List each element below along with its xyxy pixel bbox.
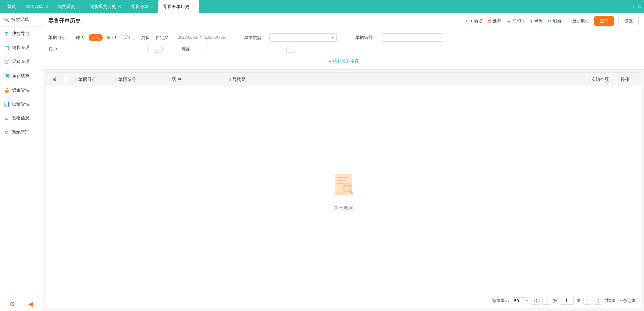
page-title: 零售开单历史 xyxy=(48,18,81,25)
page-next-btn[interactable]: ⟩ xyxy=(583,297,591,305)
sort-icon: ⇅ xyxy=(74,77,77,81)
refresh-icon: ↻ xyxy=(548,19,551,24)
date-range-text: 2023-06-02 至 2023-06-02 xyxy=(178,35,225,40)
tab-sales-order-close[interactable]: ✕ xyxy=(45,4,48,9)
per-page-select[interactable]: 50 10 20 100 xyxy=(512,297,529,304)
sidebar-item-system[interactable]: ↺ 系统管理 xyxy=(0,125,43,139)
col-header-guide[interactable]: ⇅ 导购员 xyxy=(226,76,266,83)
maximize-btn[interactable]: □ xyxy=(631,4,634,9)
select-all-checkbox-wrap[interactable] xyxy=(61,77,71,82)
search-icon: 🔍 xyxy=(4,17,9,22)
col-header-date[interactable]: ⇅ 单据日期 xyxy=(71,76,112,83)
sort-icon: ⇅ xyxy=(168,77,171,81)
column-settings-btn[interactable]: ⚙ xyxy=(49,77,61,82)
customer-filter-label: 客户 xyxy=(48,46,68,52)
display-checkbox[interactable] xyxy=(566,19,571,23)
sidebar-item-label: 系统管理 xyxy=(12,129,30,135)
tab-sales-return[interactable]: 销货退货 ✕ xyxy=(53,0,85,13)
sidebar-item-label: 经营管理 xyxy=(12,101,30,107)
date-opt-today[interactable]: 今天 xyxy=(89,34,103,41)
svg-rect-2 xyxy=(337,177,349,178)
add-button[interactable]: ＋ + 新增 xyxy=(464,18,483,24)
sidebar-item-label: 采购管理 xyxy=(12,59,30,65)
refresh-button[interactable]: ↻ 刷新 xyxy=(548,18,561,24)
display-toggle[interactable]: 显示明细 xyxy=(566,18,590,24)
page-first-btn[interactable]: ⟨⟨ xyxy=(532,297,540,305)
sidebar-item-base-info[interactable]: ⊟ 基础信息 xyxy=(0,111,43,125)
sidebar-collapse-icon[interactable]: ◀ xyxy=(28,300,33,308)
customer-filter-input[interactable] xyxy=(74,45,148,53)
finance-icon: 🔒 xyxy=(4,87,9,93)
date-opt-7days[interactable]: 近7天 xyxy=(105,34,120,41)
tab-sales-order[interactable]: 销售订单 ✕ xyxy=(21,0,53,13)
tab-retail-open[interactable]: 零售开单 ✕ xyxy=(126,0,158,13)
toolbar-actions: ＋ + 新增 🗑 删除 🖨 打印 ▾ ⬆ 导出 ↻ xyxy=(464,16,639,26)
tab-sales-return-close[interactable]: ✕ xyxy=(77,4,81,9)
settings-button[interactable]: 设置 xyxy=(618,16,639,26)
export-button[interactable]: ⬆ 导出 xyxy=(529,18,543,24)
operations-icon: 📊 xyxy=(4,101,9,107)
sidebar-item-finance[interactable]: 🔒 资金管理 xyxy=(0,83,43,97)
select-all-checkbox[interactable] xyxy=(64,77,68,82)
goods-filter-input[interactable] xyxy=(207,45,281,53)
date-opt-yesterday[interactable]: 昨天 xyxy=(74,34,87,41)
sidebar-bottom: ⚙ ◀ xyxy=(0,297,43,311)
tab-retail-open-close[interactable]: ✕ xyxy=(150,4,154,9)
svg-point-8 xyxy=(344,185,346,187)
tab-sales-return-label: 销货退货 xyxy=(58,4,75,10)
collapse-more-btn[interactable]: ∧ 收起更多条件 xyxy=(328,57,359,65)
tab-home[interactable]: 首页 xyxy=(3,0,21,13)
col-header-action: 操作 xyxy=(611,76,638,83)
sort-icon: ⇅ xyxy=(114,77,117,81)
date-opt-1month[interactable]: 近1月 xyxy=(122,34,137,41)
total-text: 共0页，0条记录 xyxy=(605,298,636,304)
filter-row-2: 客户 ... 商品 ... xyxy=(48,45,639,53)
system-icon: ↺ xyxy=(4,129,9,135)
page-input[interactable] xyxy=(560,297,574,305)
date-filter-label: 单据日期 xyxy=(48,35,68,41)
sidebar-search[interactable]: 🔍 搜索采单 xyxy=(0,13,43,27)
tab-retail-open-history-label: 零售开单历史 xyxy=(163,4,189,10)
sidebar-item-operations[interactable]: 📊 经营管理 xyxy=(0,97,43,111)
filter-row-1: 单据日期 昨天 今天 近7天 近1月 更多 自定义 2023-06-02 至 2… xyxy=(48,33,639,42)
print-button[interactable]: 🖨 打印 ▾ xyxy=(506,18,525,24)
page-prev-btn[interactable]: ⟨ xyxy=(542,297,550,305)
tab-retail-open-label: 零售开单 xyxy=(131,4,148,10)
col-header-number[interactable]: ⇅ 单据编号 xyxy=(112,76,165,83)
minimize-btn[interactable]: ─ xyxy=(624,4,627,9)
col-header-amount[interactable]: ⇅ 实销金额 xyxy=(571,76,611,83)
tab-sales-return-history-close[interactable]: ✕ xyxy=(118,4,121,9)
query-button[interactable]: 查询 xyxy=(594,16,614,26)
customer-ellipsis-btn[interactable]: ... xyxy=(153,46,163,53)
sidebar-settings-icon[interactable]: ⚙ xyxy=(10,300,15,308)
sidebar-item-label: 基础信息 xyxy=(12,115,30,121)
close-window-btn[interactable]: ✕ xyxy=(638,4,641,9)
col-number-label: 单据编号 xyxy=(118,76,136,83)
number-filter-input[interactable] xyxy=(381,33,443,42)
type-select[interactable] xyxy=(269,33,337,42)
empty-state: 暂无数据 xyxy=(46,86,641,293)
page-last-btn[interactable]: ⟩⟩ xyxy=(594,297,602,305)
sidebar-item-sales-mgmt[interactable]: ◱ 销售管理 xyxy=(0,41,43,55)
date-opt-custom[interactable]: 自定义 xyxy=(154,34,171,41)
export-icon: ⬆ xyxy=(529,19,533,24)
tab-sales-return-history-label: 销货退货历史 xyxy=(90,4,116,10)
svg-rect-4 xyxy=(337,183,344,184)
tab-retail-open-history[interactable]: 零售开单历史 ✕ xyxy=(158,0,199,13)
base-info-icon: ⊟ xyxy=(4,115,9,121)
print-dropdown-icon: ▾ xyxy=(522,19,525,24)
sidebar-item-purchase-mgmt[interactable]: 🛒 采购管理 xyxy=(0,55,43,69)
display-label: 显示明细 xyxy=(572,18,590,24)
delete-button[interactable]: 🗑 删除 xyxy=(487,18,502,24)
svg-rect-3 xyxy=(337,180,346,181)
tab-sales-return-history[interactable]: 销货退货历史 ✕ xyxy=(85,0,126,13)
goods-ellipsis-btn[interactable]: ... xyxy=(286,46,296,53)
collapse-label: 收起更多条件 xyxy=(333,58,359,64)
tab-retail-open-history-close[interactable]: ✕ xyxy=(191,4,195,9)
sidebar-item-inventory[interactable]: ▣ 库存核算 xyxy=(0,69,43,83)
collapse-icon: ∧ xyxy=(328,59,332,64)
date-opt-more[interactable]: 更多 xyxy=(139,34,152,41)
sidebar-item-quick-nav[interactable]: ⊞ 快捷导航 xyxy=(0,27,43,41)
col-date-label: 单据日期 xyxy=(78,76,96,83)
col-header-customer[interactable]: ⇅ 客户 xyxy=(165,76,226,83)
